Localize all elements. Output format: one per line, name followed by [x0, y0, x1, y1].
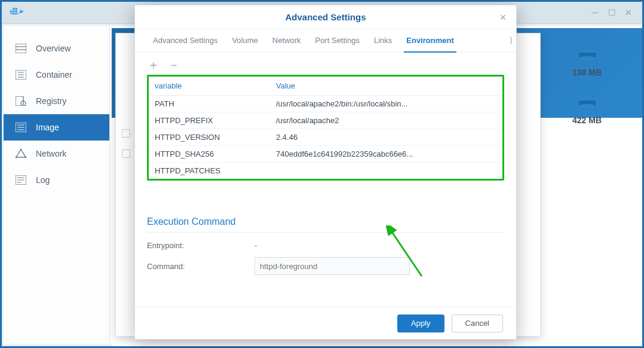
modal-tabs: Advanced Settings Volume Network Port Se… — [135, 29, 516, 52]
col-header-variable[interactable]: variable — [149, 77, 270, 96]
minus-icon[interactable]: － — [167, 58, 180, 71]
sidebar-item-label: Image — [36, 123, 59, 132]
docker-logo-icon — [9, 6, 26, 19]
sidebar-item-image[interactable]: Image — [4, 114, 109, 141]
env-var-value[interactable]: /usr/local/apache2 — [270, 112, 502, 129]
disk-card: 138 MB — [556, 50, 618, 77]
app-window: ─ ☐ ✕ Overview Container Registry Image — [0, 0, 644, 348]
disk-card: 422 MB — [556, 97, 618, 125]
tab-environment[interactable]: Environment — [399, 29, 461, 52]
registry-icon — [14, 96, 27, 106]
execution-section: Execution Command Entrypoint: - Command: — [147, 216, 504, 275]
environment-panel: ＋ － variable Value PATH/usr/local/apache… — [135, 52, 516, 307]
table-row[interactable]: HTTPD_PATCHES — [149, 163, 502, 179]
execution-heading: Execution Command — [147, 216, 504, 227]
env-vars-table: variable Value PATH/usr/local/apache2/bi… — [149, 77, 502, 179]
sidebar-item-label: Overview — [36, 44, 70, 53]
log-icon — [14, 175, 27, 185]
divider — [147, 232, 504, 233]
modal-header: Advanced Settings × — [135, 5, 516, 29]
close-icon[interactable]: × — [496, 10, 510, 25]
checkbox-hint[interactable] — [122, 149, 130, 158]
svg-rect-0 — [10, 11, 13, 13]
svg-point-28 — [579, 56, 596, 61]
overview-icon — [14, 43, 27, 54]
image-icon — [14, 122, 27, 133]
env-var-name[interactable]: HTTPD_PREFIX — [149, 112, 270, 129]
env-var-name[interactable]: HTTPD_SHA256 — [149, 146, 270, 163]
cancel-button[interactable]: Cancel — [452, 315, 503, 332]
sidebar-item-registry[interactable]: Registry — [4, 88, 109, 114]
env-vars-highlight-box: variable Value PATH/usr/local/apache2/bi… — [147, 75, 504, 181]
sidebar-item-network[interactable]: Network — [4, 141, 109, 167]
network-icon — [14, 148, 27, 159]
env-var-value[interactable]: /usr/local/apache2/bin:/usr/local/sbin..… — [270, 96, 502, 112]
env-var-value[interactable]: 2.4.46 — [270, 129, 502, 146]
row-controls: ＋ － — [147, 58, 504, 71]
advanced-settings-modal: Advanced Settings × Advanced Settings Vo… — [134, 5, 517, 340]
checkbox-hint[interactable] — [122, 129, 130, 138]
tab-advanced-settings[interactable]: Advanced Settings — [146, 29, 225, 52]
tab-volume[interactable]: Volume — [225, 29, 265, 52]
minimize-button[interactable]: ─ — [588, 7, 602, 18]
table-row[interactable]: PATH/usr/local/apache2/bin:/usr/local/sb… — [149, 96, 502, 112]
entrypoint-value: - — [254, 241, 257, 250]
svg-line-14 — [25, 105, 26, 106]
disk-stack-icon — [577, 97, 597, 112]
svg-rect-3 — [13, 8, 15, 10]
table-row[interactable]: HTTPD_PREFIX/usr/local/apache2 — [149, 112, 502, 129]
close-button[interactable]: ✕ — [622, 7, 635, 18]
col-header-value[interactable]: Value — [270, 77, 502, 96]
command-input[interactable] — [254, 257, 410, 275]
maximize-button[interactable]: ☐ — [605, 7, 618, 18]
sidebar-item-label: Network — [36, 149, 66, 158]
tab-links[interactable]: Links — [367, 29, 399, 52]
apply-button[interactable]: Apply — [397, 315, 444, 332]
container-icon — [14, 69, 27, 80]
disk-stack-icon — [577, 50, 597, 64]
tab-network[interactable]: Network — [265, 29, 308, 52]
modal-title: Advanced Settings — [285, 12, 366, 22]
plus-icon[interactable]: ＋ — [147, 58, 160, 71]
sidebar-item-overview[interactable]: Overview — [4, 35, 109, 62]
disk-size-label: 422 MB — [556, 115, 618, 125]
svg-rect-5 — [16, 44, 26, 53]
tab-port-settings[interactable]: Port Settings — [308, 29, 366, 52]
sidebar-item-label: Registry — [36, 96, 66, 106]
table-row[interactable]: HTTPD_SHA256740eddf6e1c641992b22359cabc6… — [149, 146, 502, 163]
truncated-letter: C — [123, 71, 133, 86]
sidebar-item-log[interactable]: Log — [4, 167, 109, 193]
env-var-value[interactable]: 740eddf6e1c641992b22359cabc66e6... — [270, 146, 502, 163]
sidebar-item-container[interactable]: Container — [4, 62, 109, 88]
env-var-name[interactable]: HTTPD_VERSION — [149, 129, 270, 146]
sidebar-item-label: Log — [36, 175, 50, 185]
sidebar: Overview Container Registry Image Networ… — [4, 26, 110, 344]
table-row[interactable]: HTTPD_VERSION2.4.46 — [149, 129, 502, 146]
env-var-name[interactable]: HTTPD_PATCHES — [149, 163, 270, 179]
svg-rect-1 — [13, 11, 15, 13]
svg-rect-2 — [16, 11, 18, 13]
svg-point-30 — [579, 104, 596, 109]
modal-footer: Apply Cancel — [135, 307, 516, 339]
svg-rect-4 — [16, 8, 18, 10]
command-label: Command: — [147, 262, 254, 271]
disk-size-label: 138 MB — [556, 68, 618, 77]
svg-marker-19 — [16, 149, 26, 157]
sidebar-item-label: Container — [36, 70, 72, 80]
env-var-value[interactable] — [270, 163, 502, 179]
chevron-right-icon[interactable]: ⟩ — [510, 35, 513, 45]
env-var-name[interactable]: PATH — [149, 96, 270, 112]
entrypoint-label: Entrypoint: — [147, 241, 254, 250]
